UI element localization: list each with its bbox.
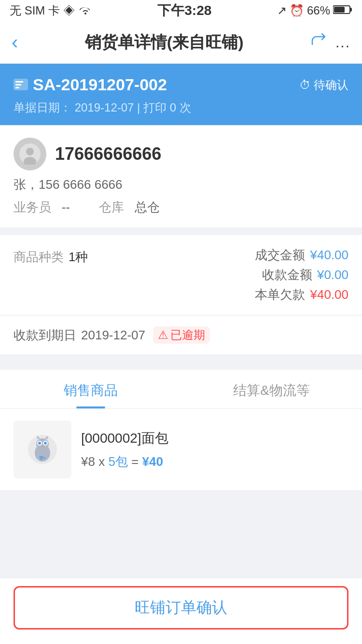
bottom-spacer — [0, 490, 362, 587]
svg-rect-1 — [350, 8, 352, 12]
product-name: [0000002]面包 — [81, 429, 348, 448]
product-type: 商品种类 1种 — [14, 247, 88, 266]
svg-rect-6 — [15, 87, 19, 88]
tab-settlement[interactable]: 结算&物流等 — [181, 370, 362, 408]
page-title: 销货单详情(来自旺铺) — [85, 31, 244, 54]
sim-label: 无 SIM 卡 ◈ — [10, 3, 75, 18]
divider-1 — [0, 227, 362, 235]
clock-icon: ⏱ — [299, 78, 311, 92]
svg-rect-2 — [334, 7, 345, 13]
due-date-label: 收款到期日 — [14, 327, 76, 344]
order-date: 单据日期： 2019-12-07 | 打印 0 次 — [14, 100, 348, 115]
deal-amount-row: 成交金额 ¥40.00 — [255, 247, 348, 264]
order-status: ⏱ 待确认 — [299, 77, 348, 93]
location-icon: ↗ — [277, 4, 287, 17]
due-date-value: 2019-12-07 — [81, 328, 145, 343]
svg-point-8 — [26, 148, 34, 155]
svg-rect-5 — [15, 84, 21, 85]
avatar — [14, 138, 46, 170]
svg-text:管+: 管+ — [39, 456, 46, 461]
svg-point-15 — [38, 442, 41, 445]
nav-actions: ... — [310, 33, 350, 52]
amount-summary: 成交金额 ¥40.00 收款金额 ¥0.00 本单欠款 ¥40.00 — [255, 247, 348, 303]
warehouse-field: 仓库 总仓 — [99, 199, 160, 216]
salesman-field: 业务员 -- — [14, 199, 70, 216]
status-left: 无 SIM 卡 ◈ — [10, 3, 92, 18]
battery-label: 66% — [307, 4, 330, 17]
warning-icon: ⚠ — [158, 328, 168, 342]
tab-sales-products[interactable]: 销售商品 — [0, 370, 181, 408]
wifi-icon — [79, 4, 92, 17]
status-right: ↗ ⏰ 66% — [277, 4, 352, 17]
customer-name: 张，156 6666 6666 — [14, 176, 348, 193]
share-icon[interactable] — [310, 33, 326, 52]
customer-phone: 17666666666 — [55, 144, 161, 164]
product-list: 管+ [0000002]面包 ¥8 x 5包 = ¥40 — [0, 409, 362, 490]
product-item: 管+ [0000002]面包 ¥8 x 5包 = ¥40 — [0, 409, 362, 490]
nav-bar: ‹ 销货单详情(来自旺铺) ... — [0, 21, 362, 64]
battery-icon — [333, 4, 352, 17]
owed-amount-row: 本单欠款 ¥40.00 — [255, 286, 348, 303]
divider-2 — [0, 354, 362, 362]
status-bar: 无 SIM 卡 ◈ 下午3:28 ↗ ⏰ 66% — [0, 0, 362, 21]
product-price: ¥8 x 5包 = ¥40 — [81, 453, 348, 470]
summary-card: 商品种类 1种 成交金额 ¥40.00 收款金额 ¥0.00 本单欠款 ¥40.… — [0, 235, 362, 315]
tabs: 销售商品 结算&物流等 — [0, 370, 362, 409]
more-icon[interactable]: ... — [335, 34, 350, 51]
alarm-icon: ⏰ — [290, 4, 304, 17]
product-info: [0000002]面包 ¥8 x 5包 = ¥40 — [81, 429, 348, 470]
status-time: 下午3:28 — [157, 1, 211, 20]
svg-point-16 — [44, 442, 47, 445]
order-icon — [14, 75, 28, 94]
bottom-bar: 旺铺订单确认 — [0, 578, 362, 644]
confirm-order-button[interactable]: 旺铺订单确认 — [14, 586, 348, 630]
svg-rect-4 — [15, 81, 23, 83]
due-date-card: 收款到期日 2019-12-07 ⚠ 已逾期 — [0, 316, 362, 354]
overdue-badge: ⚠ 已逾期 — [153, 326, 210, 344]
product-thumbnail: 管+ — [14, 420, 71, 478]
received-amount-row: 收款金额 ¥0.00 — [262, 266, 348, 283]
customer-card: 17666666666 张，156 6666 6666 业务员 -- 仓库 总仓 — [0, 126, 362, 227]
order-header-card: SA-20191207-002 ⏱ 待确认 单据日期： 2019-12-07 |… — [0, 64, 362, 125]
order-id: SA-20191207-002 — [14, 75, 167, 94]
customer-meta: 业务员 -- 仓库 总仓 — [14, 199, 348, 216]
back-button[interactable]: ‹ — [12, 31, 18, 53]
